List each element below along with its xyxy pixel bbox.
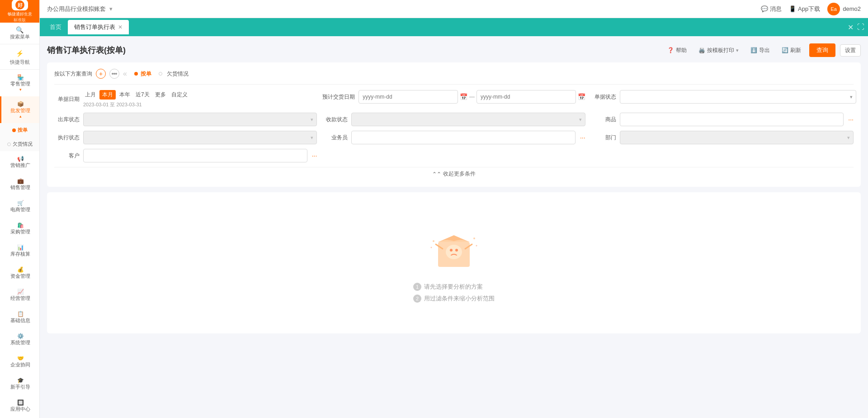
system-icon: ⚙️ (17, 333, 24, 339)
sidebar-item-purchase[interactable]: 🛍️ 采购管理 (0, 218, 39, 240)
inactive-dot (7, 142, 11, 146)
active-scheme-dot (134, 72, 138, 76)
main-content: 办公用品行业模拟账套 ▾ 💬 消息 📱 App下载 Ea demo2 首页 销售… (40, 0, 868, 418)
sidebar-item-label: 营销推广 (10, 162, 30, 169)
expected-date-range: 📅 — 📅 (359, 90, 585, 104)
inventory-icon: 📊 (17, 244, 24, 251)
sidebar-item-enterprise[interactable]: 🤝 企业协同 (0, 351, 39, 373)
date-tab-this-year[interactable]: 本年 (118, 90, 132, 100)
salesperson-label: 业务员 (322, 134, 348, 142)
calendar-start-icon[interactable]: 📅 (460, 93, 467, 100)
query-btn[interactable]: 查询 (809, 43, 835, 57)
sidebar-item-operations[interactable]: 📈 经营管理 (0, 284, 39, 306)
tip-text-2: 用过滤条件来缩小分析范围 (424, 294, 495, 303)
active-scheme-item[interactable]: 按单 (134, 70, 151, 78)
scheme-collapse-btn[interactable]: « (123, 70, 127, 78)
sidebar-item-app-center[interactable]: 🔲 应用中心 (0, 395, 39, 417)
refresh-btn[interactable]: 🔄 刷新 (778, 45, 805, 56)
svg-text:好: 好 (17, 2, 23, 8)
salesperson-input[interactable] (351, 131, 576, 144)
customer-more-btn[interactable]: ··· (312, 152, 317, 159)
date-tab-more[interactable]: 更多 (153, 90, 168, 100)
sidebar-item-ecommerce[interactable]: 🛒 电商管理 (0, 195, 39, 218)
inactive-scheme-item[interactable]: 欠货情况 (159, 70, 189, 78)
help-icon: ❓ (667, 47, 674, 53)
order-status-select[interactable] (620, 90, 856, 104)
add-scheme-btn[interactable]: + (96, 69, 106, 79)
goods-more-btn[interactable]: ··· (848, 116, 854, 123)
empty-tips: 1 请先选择要分析的方案 2 用过滤条件来缩小分析范围 (413, 283, 495, 306)
app-download-btn[interactable]: 📱 App下载 (789, 5, 820, 13)
payment-status-select[interactable] (351, 113, 585, 126)
user-profile[interactable]: Ea demo2 (827, 3, 861, 15)
salesperson-field: 业务员 ··· (322, 131, 585, 144)
setting-btn[interactable]: 设置 (840, 44, 861, 57)
date-range-text: 2023-03-01 至 2023-03-31 (83, 101, 317, 108)
sidebar-item-wholesale[interactable]: 📦 批发管理 ▴ (0, 96, 39, 123)
order-status-select-wrapper (620, 90, 856, 104)
collapse-more-btn[interactable]: ⌃⌃ 收起更多条件 (54, 167, 854, 180)
topbar-dropdown-icon[interactable]: ▾ (109, 5, 113, 12)
filter-row-4: 客户 ··· (54, 149, 854, 162)
sidebar-search[interactable]: 🔍 搜索菜单 (0, 23, 39, 44)
svg-point-3 (112, 73, 113, 75)
tab-sales-order[interactable]: 销售订单执行表 ✕ (68, 20, 129, 34)
date-tab-7days[interactable]: 近7天 (134, 90, 151, 100)
sidebar-item-system[interactable]: ⚙️ 系统管理 (0, 328, 39, 351)
tab-home[interactable]: 首页 (43, 20, 68, 34)
print-btn[interactable]: 🖨️ 按模板打印 ▾ (695, 45, 742, 56)
empty-icon (427, 219, 481, 274)
sidebar-item-label: 销售管理 (10, 184, 30, 191)
topbar-left: 办公用品行业模拟账套 ▾ (47, 5, 113, 13)
chevron-down-icon: ▾ (19, 87, 22, 92)
print-icon: 🖨️ (698, 47, 705, 53)
sidebar-item-basic-info[interactable]: 📋 基础信息 (0, 306, 39, 328)
sidebar-item-label: 系统管理 (10, 339, 30, 346)
tab-sales-order-label: 销售订单执行表 (74, 23, 115, 31)
expected-date-end[interactable] (476, 90, 576, 104)
message-icon: 💬 (761, 5, 768, 12)
sidebar-sub-item-backorder[interactable]: 欠货情况 (0, 137, 39, 151)
export-btn[interactable]: ⬇️ 导出 (747, 45, 774, 56)
department-wrapper: ▾ (620, 131, 854, 144)
customer-input[interactable] (83, 149, 307, 162)
expand-icon[interactable]: ⛶ (857, 23, 864, 32)
department-select[interactable] (620, 131, 854, 144)
marketing-icon: 📢 (17, 156, 24, 162)
salesperson-more-btn[interactable]: ··· (580, 134, 585, 141)
close-window-icon[interactable]: ✕ (848, 23, 854, 32)
date-tab-last-month[interactable]: 上月 (83, 90, 98, 100)
sidebar-item-retail[interactable]: 🏪 零售管理 ▾ (0, 70, 39, 96)
svg-point-13 (476, 245, 477, 247)
goods-input[interactable] (620, 113, 844, 126)
sidebar-sub-item-label: 按单 (18, 127, 28, 133)
date-tab-this-month[interactable]: 本月 (99, 90, 116, 100)
sidebar-item-tutorial[interactable]: 🎓 新手引导 (0, 373, 39, 395)
date-separator: — (469, 94, 475, 100)
sidebar-item-label: 经营管理 (10, 295, 30, 302)
sidebar-item-finance[interactable]: 💰 资金管理 (0, 262, 39, 284)
order-status-field: 单据状态 ▾ (591, 90, 854, 104)
sidebar-item-sales[interactable]: 💼 销售管理 (0, 173, 39, 195)
filter-row-1: 单据日期 上月 本月 本年 近7天 更多 自定义 2023-03-01 至 20… (54, 90, 854, 108)
export-label: 导出 (759, 47, 770, 54)
tab-close-btn[interactable]: ✕ (118, 24, 123, 30)
scheme-settings-btn[interactable] (109, 69, 119, 79)
sidebar: 好 畅捷通好生意 标准版 🔍 搜索菜单 ⚡ 快捷导航 🏪 零售管理 ▾ 📦 批发… (0, 0, 40, 418)
sidebar-item-inventory[interactable]: 📊 库存核算 (0, 240, 39, 262)
expected-date-start[interactable] (359, 90, 458, 104)
message-btn[interactable]: 💬 消息 (761, 5, 782, 13)
svg-point-7 (450, 249, 453, 252)
help-btn[interactable]: ❓ 帮助 (664, 45, 690, 56)
sidebar-sub-item-order[interactable]: 按单 (0, 123, 39, 137)
calendar-end-icon[interactable]: 📅 (578, 93, 585, 100)
filter-scheme-label: 按以下方案查询 (54, 70, 92, 78)
goods-label: 商品 (591, 116, 616, 124)
quick-nav[interactable]: ⚡ 快捷导航 (0, 44, 39, 70)
sidebar-item-marketing[interactable]: 📢 营销推广 (0, 151, 39, 173)
filter-area: 按以下方案查询 + « 按单 欠货情况 单据日期 (47, 62, 861, 187)
stock-status-select[interactable] (83, 113, 317, 126)
avatar: Ea (827, 3, 840, 15)
exec-status-select[interactable] (83, 131, 317, 144)
date-tab-custom[interactable]: 自定义 (170, 90, 189, 100)
